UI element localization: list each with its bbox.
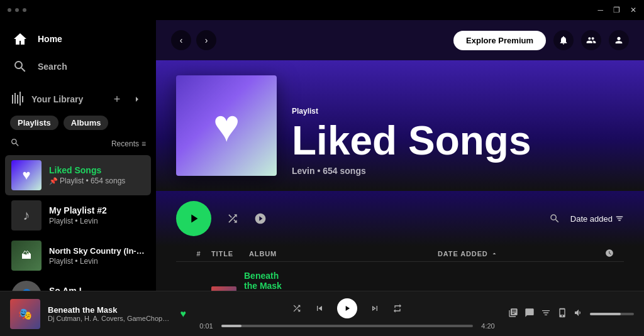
library-item-so-am-i[interactable]: 👤 So Am I Album • Kurt Hugo Schneider (5, 276, 151, 291)
add-to-library-button[interactable]: + (108, 90, 126, 108)
notification-button[interactable] (553, 30, 574, 50)
recents-label[interactable]: Recents ≡ (111, 139, 146, 148)
playlist-2-info: My Playlist #2 Playlist • Levin (49, 205, 145, 225)
so-am-i-art: 👤 (11, 281, 42, 291)
north-sky-art: 🏔 (11, 241, 42, 271)
hero-title: Liked Songs (292, 121, 624, 161)
albums-filter-button[interactable]: Albums (64, 116, 109, 130)
minimize-button[interactable]: ─ (597, 6, 603, 14)
main-content: ‹ › Explore Premium (156, 20, 644, 291)
header-duration (589, 249, 614, 259)
app-body: Home Search Your Library (0, 20, 644, 291)
total-time: 4:20 (478, 322, 498, 330)
sidebar-item-search[interactable]: Search (0, 53, 156, 80)
library-list: ♥ Liked Songs 📌 Playlist • 654 songs ♪ M… (0, 153, 156, 291)
hero-info: Playlist Liked Songs Levin • 654 songs (292, 107, 624, 176)
date-added-sort-button[interactable]: Date added (570, 214, 624, 224)
playlists-filter-button[interactable]: Playlists (10, 116, 58, 130)
queue-button[interactable] (508, 308, 518, 320)
now-playing-heart-button[interactable]: ♥ (180, 308, 187, 320)
shuffle-player-button[interactable] (292, 303, 302, 313)
profile-button[interactable] (609, 30, 629, 50)
track-header: # Title Album Date added (176, 246, 624, 262)
library-actions: + (108, 90, 146, 108)
header-album: Album (249, 250, 438, 257)
hero-section: ♥ Playlist Liked Songs Levin • 654 songs (156, 60, 644, 191)
liked-songs-sub: 📌 Playlist • 654 songs (49, 176, 145, 185)
devices-button[interactable] (557, 308, 567, 320)
library-item-liked-songs[interactable]: ♥ Liked Songs 📌 Playlist • 654 songs (5, 155, 151, 195)
player-controls (292, 298, 402, 318)
title-bar-dots (8, 8, 26, 12)
hero-artist: Levin (292, 166, 315, 176)
previous-button[interactable] (314, 303, 325, 313)
playlist-button[interactable] (541, 308, 551, 320)
explore-premium-button[interactable]: Explore Premium (453, 31, 546, 50)
your-library-button[interactable]: Your Library (10, 91, 103, 108)
lyrics-button[interactable] (525, 308, 535, 320)
now-playing-info: Beneath the Mask Dj Cutman, H. A. Covers… (48, 305, 173, 322)
header-title: Title (211, 250, 249, 257)
title-bar: ─ ❐ ✕ (0, 0, 644, 20)
list-icon: ≡ (142, 139, 146, 148)
bottom-player: 🎭 Beneath the Mask Dj Cutman, H. A. Cove… (0, 291, 644, 336)
home-label: Home (38, 34, 62, 44)
dot-3 (23, 8, 26, 12)
search-label: Search (38, 62, 67, 72)
maximize-button[interactable]: ❐ (613, 6, 620, 14)
track-name: Beneath the Mask (244, 271, 289, 291)
topbar-right: Explore Premium (453, 30, 629, 50)
heart-icon: ♥ (22, 167, 30, 183)
landscape-icon: 🏔 (21, 250, 31, 261)
play-button[interactable] (176, 201, 211, 236)
progress-track[interactable] (221, 325, 473, 327)
player-play-button[interactable] (337, 298, 357, 318)
pin-icon: 📌 (49, 177, 60, 185)
search-icon (13, 59, 28, 74)
sidebar-item-home[interactable]: Home (0, 25, 156, 53)
dot-1 (8, 8, 11, 12)
sidebar: Home Search Your Library (0, 20, 156, 291)
volume-bar[interactable] (590, 313, 634, 315)
north-sky-sub: Playlist • Levin (49, 257, 145, 266)
forward-button[interactable]: › (196, 30, 216, 50)
hero-type: Playlist (292, 107, 624, 116)
next-button[interactable] (370, 303, 380, 313)
dot-2 (15, 8, 19, 12)
close-button[interactable]: ✕ (630, 6, 636, 14)
friends-button[interactable] (581, 30, 601, 50)
download-button[interactable] (254, 212, 267, 225)
volume-button[interactable] (574, 308, 584, 320)
home-icon (13, 31, 28, 46)
playlist-2-art: ♪ (11, 200, 42, 230)
player-center: 0:01 4:20 (196, 298, 498, 330)
track-title-info: Beneath the Mask DJ Cutman, H. A. Covers… (244, 271, 289, 291)
search-library-button[interactable] (10, 138, 20, 150)
repeat-button[interactable] (392, 303, 402, 313)
window-controls: ─ ❐ ✕ (597, 6, 636, 14)
hero-artwork: ♥ (176, 75, 277, 176)
progress-bar-area: 0:01 4:20 (196, 322, 498, 330)
hero-meta: Levin • 654 songs (292, 166, 624, 176)
north-sky-info: North Sky Country (In-Game) Playlist • L… (49, 246, 145, 266)
playlist-controls: Date added (156, 191, 644, 246)
track-list: # Title Album Date added 1 (156, 246, 644, 291)
expand-library-button[interactable] (128, 90, 146, 108)
so-am-i-info: So Am I Album • Kurt Hugo Schneider (49, 286, 145, 291)
controls-right: Date added (549, 213, 624, 224)
hero-heart-icon: ♥ (213, 100, 240, 151)
shuffle-button[interactable] (226, 212, 239, 225)
table-row[interactable]: 1 🎭 Beneath the Mask DJ Cutman, H. A. Co… (176, 267, 624, 291)
back-button[interactable]: ‹ (171, 30, 191, 50)
library-item-playlist-2[interactable]: ♪ My Playlist #2 Playlist • Levin (5, 195, 151, 236)
now-playing-art: 🎭 (10, 299, 40, 329)
main-topbar: ‹ › Explore Premium (156, 20, 644, 60)
nav-arrows: ‹ › (171, 30, 216, 50)
library-item-north-sky[interactable]: 🏔 North Sky Country (In-Game) Playlist •… (5, 236, 151, 276)
track-artwork: 🎭 (211, 286, 236, 291)
library-icon (10, 91, 25, 108)
playlist-2-name: My Playlist #2 (49, 205, 145, 215)
player-right (508, 308, 634, 320)
search-tracks-button[interactable] (549, 213, 560, 224)
sidebar-nav: Home Search (0, 20, 156, 85)
